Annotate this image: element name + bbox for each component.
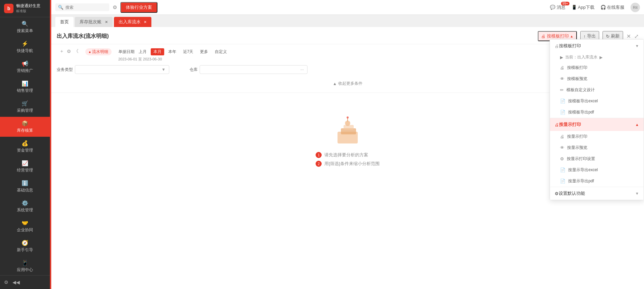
search-icon: 🔍: [22, 21, 28, 27]
dropdown-item-display-excel[interactable]: 📄 按显示导出excel: [550, 164, 644, 176]
date-tab-custom[interactable]: 自定义: [212, 48, 230, 55]
tab-batch-account[interactable]: 库存批次账 ✕: [75, 17, 113, 27]
empty-steps: 1 请先选择要分析的方案 2 用[筛选]条件来缩小分析范围: [316, 152, 379, 167]
sidebar-bottom: ⚙ ◀◀: [0, 275, 50, 289]
date-tab-last-month[interactable]: 上月: [136, 48, 149, 55]
settings-icon[interactable]: ⚙: [4, 280, 8, 285]
dropdown-item-display-print[interactable]: 🖨 按显示打印: [550, 131, 644, 142]
notification-btn[interactable]: 💬 消息 99+: [550, 4, 565, 10]
template-excel-icon: 📄: [560, 99, 565, 104]
sidebar-item-collab[interactable]: 🤝 企业协同: [0, 216, 50, 236]
empty-illustration: [331, 113, 364, 148]
warehouse-label: 仓库: [189, 67, 198, 73]
page-title: 出入库流水(流水明细): [57, 33, 109, 40]
template-pdf-icon: 📄: [560, 110, 565, 115]
dropdown-display-header[interactable]: 🖨 按显示打印 ▲: [550, 118, 644, 131]
date-range-display: 2023-06-01 至 2023-06-30: [118, 57, 230, 62]
dropdown-item-template-preview[interactable]: 👁 按模板预览: [550, 73, 644, 84]
biz-type-label: 业务类型: [57, 67, 73, 73]
sidebar-item-quick-nav[interactable]: ⚡ 快捷导航: [0, 37, 50, 57]
empty-step-2: 2 用[筛选]条件来缩小分析范围: [316, 161, 379, 167]
warehouse-select[interactable]: ···: [200, 65, 308, 74]
date-tab-this-year[interactable]: 本年: [166, 48, 179, 55]
tab-flow[interactable]: 出入库流水 ✕: [114, 17, 152, 27]
filter-add-btn[interactable]: ＋: [59, 48, 64, 54]
app-download-btn[interactable]: 📱 App下载: [572, 4, 594, 10]
display-preview-icon: 👁: [560, 145, 564, 150]
dropdown-item-display-preview[interactable]: 👁 按显示预览: [550, 142, 644, 153]
display-excel-icon: 📄: [560, 167, 565, 173]
tab-batch-account-close[interactable]: ✕: [105, 20, 108, 24]
date-tab-more[interactable]: 更多: [197, 48, 211, 55]
display-pdf-icon: 📄: [560, 179, 565, 184]
main-area: 🔍 ⚙ 体验行业方案 💬 消息 99+ 📱 App下载 🎧 在线客服 Rit: [51, 0, 644, 289]
content-area: 出入库流水(流水明细) 🖨 按模板打印 ▲ ↑ 导出 ↻ 刷新 ✕ ⤢: [51, 27, 644, 289]
svg-rect-4: [346, 122, 350, 125]
default-icon: ⚙: [555, 191, 559, 196]
dropdown-item-display-setting[interactable]: ⚙ 按显示打印设置: [550, 153, 644, 164]
svg-point-6: [347, 116, 349, 119]
step-2-text: 用[筛选]条件来缩小分析范围: [324, 161, 379, 167]
dropdown-display-section: 🖨 按显示打印 ▲ 🖨 按显示打印 👁 按显示预览 ⚙ 按显示打印设置: [550, 118, 644, 187]
template-print-icon: 🖨: [560, 65, 564, 70]
tab-flow-close[interactable]: ✕: [144, 20, 147, 24]
sidebar-item-purchase[interactable]: 🛒 采购管理: [0, 97, 50, 117]
app-name: 畅捷通好生意: [16, 3, 40, 9]
sidebar-item-operations[interactable]: 📈 经营管理: [0, 157, 50, 177]
close-panel-btn[interactable]: ✕: [626, 33, 631, 40]
sidebar-item-basic[interactable]: ℹ️ 基础信息: [0, 177, 50, 196]
dropdown-default-header[interactable]: ⚙ 设置默认功能 ▼: [550, 187, 644, 200]
sidebar-scroll: 🔍 搜索菜单 ⚡ 快捷导航 📢 营销推广 📊 销售管理 🛒 采购管理 📦 库存核…: [0, 17, 50, 275]
dropdown-item-template-custom[interactable]: ✏ 模板自定义设计: [550, 84, 644, 96]
sidebar-item-system[interactable]: ⚙️ 系统管理: [0, 196, 50, 216]
basic-icon: ℹ️: [22, 180, 28, 186]
filter-collapse-btn[interactable]: 《: [74, 48, 79, 54]
dropdown-item-template-pdf[interactable]: 📄 按模板导出pdf: [550, 107, 644, 118]
collapse-sidebar-icon[interactable]: ◀◀: [12, 280, 20, 285]
topbar: 🔍 ⚙ 体验行业方案 💬 消息 99+ 📱 App下载 🎧 在线客服 Rit: [51, 0, 644, 15]
sidebar-item-guide[interactable]: 🧭 新手引导: [0, 236, 50, 256]
date-tab-last7[interactable]: 近7天: [180, 48, 196, 55]
collab-icon: 🤝: [22, 220, 28, 226]
dropdown-item-display-pdf[interactable]: 📄 按显示导出pdf: [550, 176, 644, 187]
warehouse-more-icon[interactable]: ···: [300, 67, 304, 72]
inventory-icon: 📦: [22, 120, 28, 127]
filter-tag-item[interactable]: ● 流水明细: [85, 48, 112, 55]
sidebar-item-apps[interactable]: 📱 应用中心: [0, 256, 50, 275]
notification-icon: 💬: [550, 5, 555, 10]
printer-template-icon: 🖨: [555, 44, 559, 49]
sidebar-item-sales[interactable]: 📊 销售管理: [0, 77, 50, 97]
maximize-btn[interactable]: ⤢: [634, 33, 639, 40]
sidebar-item-inventory[interactable]: 📦 库存核算: [0, 117, 50, 137]
chevron-up-icon: ▲: [570, 34, 574, 38]
current-icon: ▶: [560, 55, 563, 60]
sidebar-item-search[interactable]: 🔍 搜索菜单: [0, 17, 50, 37]
filter-setting-btn[interactable]: ⚙: [67, 49, 71, 54]
dropdown-item-template-print[interactable]: 🖨 按模板打印: [550, 62, 644, 73]
dropdown-template-section: 🖨 按模板打印 ▼ ▶ 当前：出入库流水 ▶ 🖨 按模板打印 👁 按模板预览: [550, 40, 644, 118]
display-setting-icon: ⚙: [560, 156, 564, 161]
sidebar-item-finance[interactable]: 💰 资金管理: [0, 137, 50, 157]
template-custom-icon: ✏: [560, 87, 564, 93]
headset-icon: 🎧: [601, 5, 606, 10]
tab-home[interactable]: 首页: [55, 17, 74, 27]
settings-gear-icon[interactable]: ⚙: [113, 4, 117, 10]
operations-icon: 📈: [22, 160, 28, 166]
search-input[interactable]: [65, 5, 99, 10]
biz-type-select[interactable]: ▼: [75, 65, 169, 74]
step-1-num: 1: [316, 152, 322, 158]
dropdown-item-template-excel[interactable]: 📄 按模板导出excel: [550, 96, 644, 107]
app-tag: 标准版: [16, 9, 40, 14]
sales-icon: 📊: [22, 80, 28, 87]
date-tab-this-month[interactable]: 本月: [151, 48, 164, 55]
display-section-arrow: ▲: [635, 123, 639, 127]
customer-service-btn[interactable]: 🎧 在线客服: [601, 4, 624, 10]
date-tabs: 上月 本月 本年 近7天 更多 自定义: [136, 48, 230, 55]
sidebar-item-marketing[interactable]: 📢 营销推广: [0, 57, 50, 77]
printer-display-icon: 🖨: [555, 122, 559, 127]
industry-btn[interactable]: 体验行业方案: [120, 2, 157, 13]
marketing-icon: 📢: [22, 60, 28, 67]
refresh-icon: ↻: [606, 34, 610, 39]
avatar[interactable]: Rit: [631, 3, 640, 12]
dropdown-template-header[interactable]: 🖨 按模板打印 ▼: [550, 40, 644, 52]
